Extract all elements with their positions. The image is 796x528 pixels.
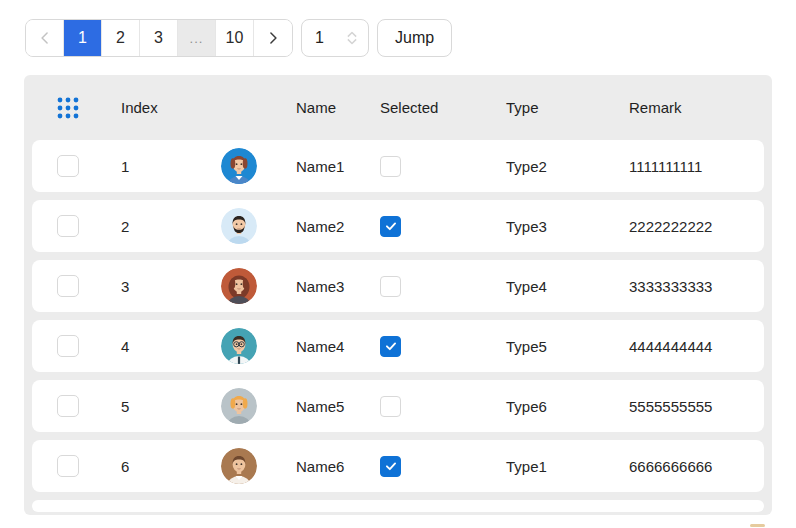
row-select-checkbox[interactable]	[57, 335, 79, 357]
selected-checkbox[interactable]	[380, 396, 401, 417]
selected-checkbox[interactable]	[380, 276, 401, 297]
avatar-image	[221, 148, 257, 184]
page-button-2[interactable]: 2	[102, 20, 140, 56]
pager: 123...10	[25, 19, 293, 57]
prev-page-button[interactable]	[26, 20, 64, 56]
page: 123...10 1 Jump	[0, 0, 796, 528]
header-name: Name	[276, 99, 380, 116]
type-cell: Type2	[506, 158, 629, 175]
name-cell: Name4	[276, 338, 380, 355]
avatar	[202, 148, 276, 184]
row-select-checkbox[interactable]	[57, 395, 79, 417]
remark-cell: 3333333333	[629, 278, 764, 295]
chevron-left-icon	[35, 28, 55, 48]
avatar-image	[221, 268, 257, 304]
page-button-1[interactable]: 1	[64, 20, 102, 56]
index-cell: 4	[104, 338, 202, 355]
remark-cell: 2222222222	[629, 218, 764, 235]
table-row: 1 Name1Type21111111111	[32, 140, 764, 192]
page-number-input[interactable]: 1	[301, 19, 369, 57]
remark-cell: 4444444444	[629, 338, 764, 355]
index-cell: 1	[104, 158, 202, 175]
data-table: Index Name Selected Type Remark 1 Name1T…	[24, 75, 772, 515]
floating-widget-edge	[750, 524, 765, 527]
header-type: Type	[506, 99, 629, 116]
avatar-image	[221, 448, 257, 484]
avatar	[202, 328, 276, 364]
selected-checkbox[interactable]	[380, 156, 401, 177]
avatar	[202, 388, 276, 424]
name-cell: Name1	[276, 158, 380, 175]
remark-cell: 1111111111	[629, 158, 764, 175]
avatar	[202, 268, 276, 304]
jump-button[interactable]: Jump	[377, 19, 452, 57]
type-cell: Type4	[506, 278, 629, 295]
name-cell: Name3	[276, 278, 380, 295]
row-select-checkbox[interactable]	[57, 155, 79, 177]
index-cell: 2	[104, 218, 202, 235]
avatar-image	[221, 208, 257, 244]
page-button-10[interactable]: 10	[216, 20, 254, 56]
remark-cell: 5555555555	[629, 398, 764, 415]
table-header: Index Name Selected Type Remark	[32, 75, 764, 140]
avatar	[202, 208, 276, 244]
remark-cell: 6666666666	[629, 458, 764, 475]
avatar	[202, 448, 276, 484]
table-body: 1 Name1Type211111111112 Name2 Type322222…	[32, 140, 764, 492]
table-row-partial	[32, 500, 764, 512]
index-cell: 5	[104, 398, 202, 415]
row-select-checkbox[interactable]	[57, 215, 79, 237]
header-selected: Selected	[380, 99, 506, 116]
avatar-image	[221, 388, 257, 424]
chevron-right-icon	[263, 28, 283, 48]
check-icon	[384, 459, 398, 473]
check-icon	[384, 219, 398, 233]
row-select-checkbox[interactable]	[57, 455, 79, 477]
name-cell: Name5	[276, 398, 380, 415]
header-index: Index	[104, 99, 202, 116]
check-icon	[384, 339, 398, 353]
selected-checkbox[interactable]	[380, 456, 401, 477]
table-row: 5 Name5Type65555555555	[32, 380, 764, 432]
index-cell: 6	[104, 458, 202, 475]
type-cell: Type3	[506, 218, 629, 235]
name-cell: Name6	[276, 458, 380, 475]
page-ellipsis[interactable]: ...	[178, 20, 216, 56]
table-row: 3 Name3Type43333333333	[32, 260, 764, 312]
table-row: 2 Name2 Type32222222222	[32, 200, 764, 252]
grid-menu-icon[interactable]	[55, 95, 81, 121]
selected-checkbox[interactable]	[380, 216, 401, 237]
spinner-chevrons-icon	[341, 26, 363, 50]
pagination-bar: 123...10 1 Jump	[25, 19, 452, 57]
type-cell: Type1	[506, 458, 629, 475]
header-remark: Remark	[629, 99, 764, 116]
name-cell: Name2	[276, 218, 380, 235]
next-page-button[interactable]	[254, 20, 292, 56]
table-row: 6 Name6 Type16666666666	[32, 440, 764, 492]
row-select-checkbox[interactable]	[57, 275, 79, 297]
number-spinner[interactable]	[341, 26, 363, 50]
index-cell: 3	[104, 278, 202, 295]
avatar-image	[221, 328, 257, 364]
table-row: 4 Name4 Type54444444444	[32, 320, 764, 372]
type-cell: Type6	[506, 398, 629, 415]
page-button-3[interactable]: 3	[140, 20, 178, 56]
type-cell: Type5	[506, 338, 629, 355]
page-number-value: 1	[302, 29, 341, 47]
selected-checkbox[interactable]	[380, 336, 401, 357]
